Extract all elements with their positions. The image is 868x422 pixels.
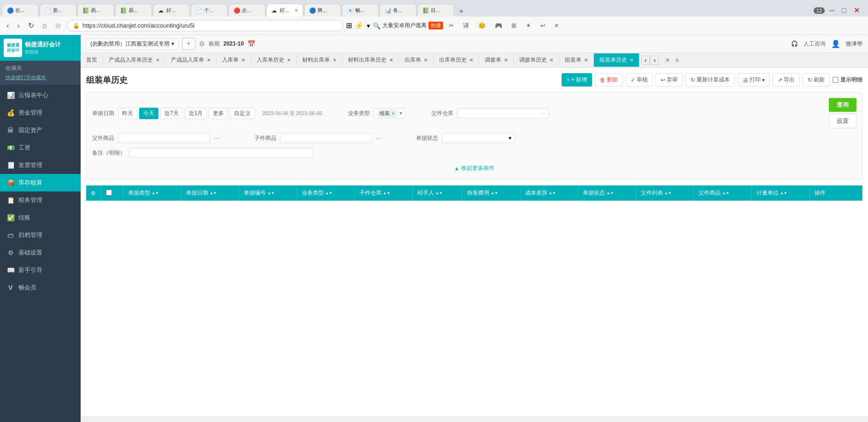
th-child-warehouse[interactable]: 子件仓库 ▲▼ bbox=[355, 185, 413, 201]
notes-input[interactable] bbox=[129, 148, 313, 158]
settings-column-icon[interactable]: ⚙ bbox=[91, 190, 96, 197]
calendar-icon[interactable]: 📅 bbox=[247, 40, 255, 47]
sidebar-item-closing[interactable]: ✅ 结账 bbox=[0, 209, 81, 226]
settings-gear-icon[interactable]: ⚙ bbox=[199, 40, 205, 47]
grid-button[interactable]: ⊞ bbox=[509, 21, 519, 30]
parent-warehouse-select[interactable]: ··· bbox=[457, 108, 549, 118]
maximize-button[interactable]: □ bbox=[839, 5, 849, 17]
th-order-status[interactable]: 单据状态 ▲▼ bbox=[578, 185, 636, 201]
th-checkbox[interactable] bbox=[101, 185, 123, 201]
browser-tab-6[interactable]: 🔴 企... bbox=[229, 4, 265, 17]
bookmark-button[interactable]: ☆ bbox=[52, 19, 64, 32]
th-order-no[interactable]: 单据编号 ▲▼ bbox=[239, 185, 297, 201]
favorites-link[interactable]: 快捷键打开收藏夹 bbox=[6, 74, 75, 81]
today-button[interactable]: 今天 bbox=[139, 108, 158, 119]
tab-close-transfer[interactable]: ✕ bbox=[504, 58, 508, 63]
browser-tab-9[interactable]: 📧 畅... bbox=[342, 4, 379, 17]
tab-close-material-outbound-history[interactable]: ✕ bbox=[389, 58, 393, 63]
close-window-button[interactable]: ✕ bbox=[851, 4, 862, 17]
tabs-prev-button[interactable]: ‹ bbox=[641, 56, 650, 65]
sidebar-item-settings[interactable]: ⚙ 基础设置 bbox=[0, 244, 81, 261]
browser-tab-0[interactable]: 🔵 在... bbox=[2, 4, 39, 17]
sidebar-item-cloud-report[interactable]: 📊 云报表中心 bbox=[0, 87, 81, 104]
sidebar-item-membership[interactable]: V 畅会员 bbox=[0, 279, 81, 296]
tab-transfer[interactable]: 调拨单 ✕ bbox=[479, 53, 514, 67]
home-button[interactable]: ⌂ bbox=[40, 20, 50, 32]
tab-inbound[interactable]: 入库单 ✕ bbox=[217, 53, 251, 67]
tab-close-inbound[interactable]: ✕ bbox=[241, 58, 245, 63]
tab-inbound-history[interactable]: 入库单历史 ✕ bbox=[251, 53, 297, 67]
custom-button[interactable]: 自定义 bbox=[230, 108, 255, 119]
browser-tab-10[interactable]: 📊 各... bbox=[380, 4, 416, 17]
last1month-button[interactable]: 近1月 bbox=[185, 108, 207, 119]
child-goods-dots[interactable]: ··· bbox=[376, 134, 381, 142]
tab-outbound-history[interactable]: 出库单历史 ✕ bbox=[434, 53, 479, 67]
tab-material-outbound-history[interactable]: 材料出库单历史 ✕ bbox=[342, 53, 399, 67]
filter-settings-button[interactable]: 设置 bbox=[829, 114, 856, 128]
sidebar-item-inventory[interactable]: 📦 库存核算 bbox=[0, 174, 81, 191]
sidebar-item-payroll[interactable]: 💵 工资 bbox=[0, 139, 81, 156]
sidebar-item-tax[interactable]: 📋 税务管理 bbox=[0, 191, 81, 209]
company-selector[interactable]: (勿删勿禁用）江西服宝测试专用 ▾ bbox=[86, 38, 178, 50]
parent-warehouse-dots[interactable]: ··· bbox=[540, 110, 545, 116]
tab-more-button[interactable]: ≡ bbox=[674, 56, 680, 64]
translate-button[interactable]: 译 bbox=[460, 21, 472, 31]
tab-transfer-history[interactable]: 调拨单历史 ✕ bbox=[514, 53, 559, 67]
forward-button[interactable]: › bbox=[14, 20, 22, 32]
address-bar[interactable]: 🔒 https://cloud.chanjet.com/accounting/u… bbox=[67, 20, 343, 31]
browser-tab-8[interactable]: 🔵 腾... bbox=[304, 4, 341, 17]
tab-close-outbound[interactable]: ✕ bbox=[424, 58, 428, 63]
more-button[interactable]: 更多 bbox=[209, 108, 228, 119]
sidebar-item-guide[interactable]: 📖 新手引导 bbox=[0, 261, 81, 279]
browser-tab-11[interactable]: 📗 目... bbox=[417, 4, 454, 17]
new-tab-button[interactable]: + bbox=[455, 7, 468, 17]
scrollbar-area[interactable] bbox=[81, 416, 868, 422]
th-sort-business-type[interactable]: 业务类型 ▲▼ bbox=[302, 189, 350, 197]
minimize-button[interactable]: ─ bbox=[827, 5, 837, 17]
new-order-button[interactable]: + + 新增 bbox=[562, 73, 592, 87]
th-sort-handler[interactable]: 经手人 ▲▼ bbox=[417, 189, 457, 197]
game-button[interactable]: 🎮 bbox=[492, 21, 505, 30]
th-sort-order-status[interactable]: 单据状态 ▲▼ bbox=[583, 189, 631, 197]
browser-tab-4[interactable]: ☁ 好... bbox=[153, 4, 190, 17]
brightness-button[interactable]: ☀ bbox=[523, 21, 534, 30]
emoji-button[interactable]: 😊 bbox=[475, 21, 488, 30]
sidebar-item-archive[interactable]: 🗃 归档管理 bbox=[0, 226, 81, 244]
export-button[interactable]: ↗ 导出 bbox=[773, 73, 800, 87]
delete-button[interactable]: 🗑 删除 bbox=[595, 73, 623, 87]
th-disassembly-cost[interactable]: 拆装费用 ▲▼ bbox=[463, 185, 521, 201]
refresh-data-button[interactable]: ↻ 刷新 bbox=[803, 73, 830, 87]
print-button[interactable]: 🖨 打印 ▾ bbox=[738, 73, 770, 87]
collapse-button[interactable]: ▲ 收起更多条件 bbox=[92, 162, 856, 174]
sidebar-item-invoice[interactable]: 🧾 发票管理 bbox=[0, 156, 81, 174]
select-all-checkbox[interactable] bbox=[106, 190, 112, 196]
tab-production-inbound-history[interactable]: 产成品入库单历史 ✕ bbox=[103, 53, 165, 67]
assembly-tag-remove[interactable]: ✕ bbox=[391, 111, 395, 116]
tab-close-assembly[interactable]: ✕ bbox=[584, 58, 588, 63]
tab-close-material-outbound[interactable]: ✕ bbox=[333, 58, 336, 63]
tab-assembly[interactable]: 组装单 ✕ bbox=[559, 53, 594, 67]
sidebar-item-fixed-assets[interactable]: 🏛 固定资产 bbox=[0, 121, 81, 139]
browser-tab-1[interactable]: 📄 新... bbox=[40, 4, 76, 17]
refresh-button[interactable]: ↻ bbox=[25, 19, 37, 32]
th-sort-parent-goods[interactable]: 父件商品 ▲▼ bbox=[698, 189, 747, 197]
th-sort-disassembly-cost[interactable]: 拆装费用 ▲▼ bbox=[467, 189, 516, 197]
browser-tab-2[interactable]: 📗 易... bbox=[77, 4, 114, 17]
th-handler[interactable]: 经手人 ▲▼ bbox=[412, 185, 462, 201]
th-sort-parent-list[interactable]: 父件列表 ▲▼ bbox=[641, 189, 689, 197]
browser-tab-5[interactable]: 📄 个... bbox=[191, 4, 228, 17]
tab-close-production-inbound[interactable]: ✕ bbox=[207, 58, 211, 63]
th-sort-order-no[interactable]: 单据编号 ▲▼ bbox=[244, 189, 292, 197]
th-order-type[interactable]: 单据类型 ▲▼ bbox=[123, 185, 182, 201]
tab-close-7[interactable]: ✕ bbox=[294, 8, 298, 13]
tabs-next-button[interactable]: › bbox=[651, 56, 659, 65]
yesterday-button[interactable]: 昨天 bbox=[118, 108, 137, 119]
browser-tab-7[interactable]: ☁ 好... ✕ bbox=[266, 4, 303, 17]
parent-goods-dots[interactable]: ··· bbox=[214, 134, 219, 142]
order-status-select[interactable]: ▾ bbox=[442, 133, 516, 143]
approve-button[interactable]: ✓ 审核 bbox=[626, 73, 653, 87]
th-sort-order-type[interactable]: 单据类型 ▲▼ bbox=[128, 189, 176, 197]
th-parent-list[interactable]: 父件列表 ▲▼ bbox=[636, 185, 694, 201]
tab-production-inbound[interactable]: 产成品入库单 ✕ bbox=[165, 53, 217, 67]
recalculate-cost-button[interactable]: ↻ 重新计算成本 bbox=[686, 73, 735, 87]
